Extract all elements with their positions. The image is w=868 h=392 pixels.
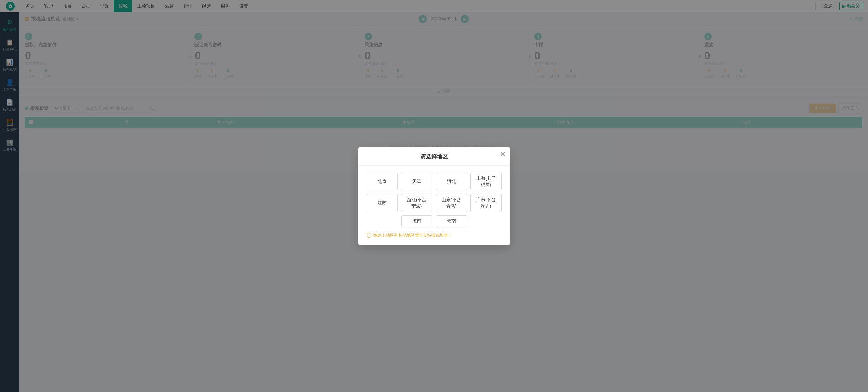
region-btn-beijing[interactable]: 北京 [367,173,398,190]
region-row-1: 北京 天津 河北 上海(电子税局) [367,173,502,190]
modal-overlay[interactable]: 请选择地区 ✕ 北京 天津 河北 上海(电子税局) 江苏 浙江(不含宁波) 山东… [0,0,868,392]
region-btn-guangdong[interactable]: 广东(不含深圳) [470,194,502,212]
region-btn-tianjin[interactable]: 天津 [401,173,432,190]
modal-close-button[interactable]: ✕ [500,151,505,157]
region-btn-shanghai[interactable]: 上海(电子税局) [470,173,502,190]
region-btn-hebei[interactable]: 河北 [436,173,467,190]
modal-warning-text: 除以上地区外其他地区暂不支持报税检查！ [373,233,452,238]
region-select-modal: 请选择地区 ✕ 北京 天津 河北 上海(电子税局) 江苏 浙江(不含宁波) 山东… [358,147,510,245]
region-btn-shandong[interactable]: 山东(不含青岛) [436,194,467,212]
region-row-2: 江苏 浙江(不含宁波) 山东(不含青岛) 广东(不含深圳) [367,194,502,212]
warning-icon: ! [367,233,371,238]
modal-header: 请选择地区 ✕ [358,147,510,166]
region-row-3: 海南 云南 [367,215,502,227]
region-btn-zhejiang[interactable]: 浙江(不含宁波) [401,194,432,212]
modal-body: 北京 天津 河北 上海(电子税局) 江苏 浙江(不含宁波) 山东(不含青岛) 广… [358,166,510,245]
region-btn-jiangsu[interactable]: 江苏 [367,194,398,212]
region-btn-hainan[interactable]: 海南 [401,215,432,227]
region-btn-yunnan[interactable]: 云南 [436,215,467,227]
modal-warning: ! 除以上地区外其他地区暂不支持报税检查！ [367,233,502,238]
modal-title: 请选择地区 [420,154,448,159]
